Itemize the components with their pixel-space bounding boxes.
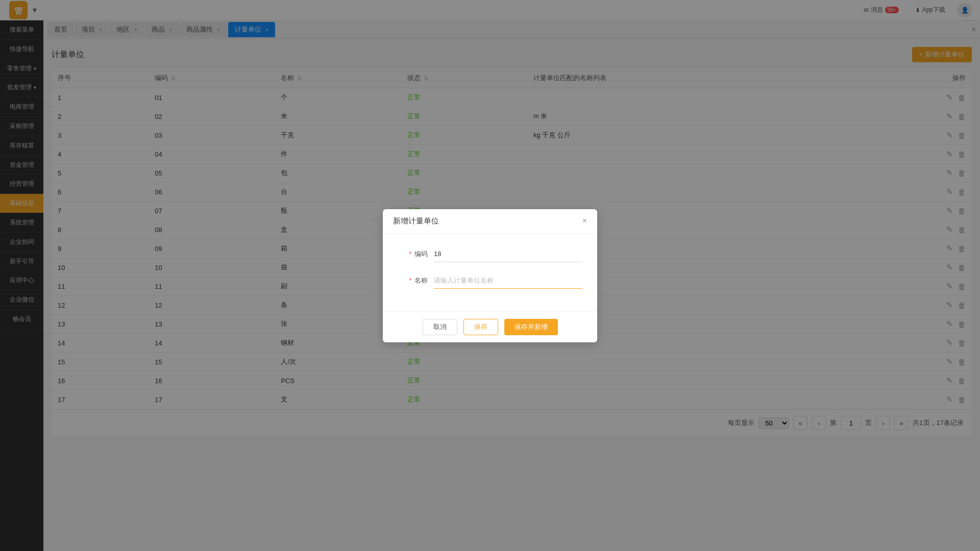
- name-form-row: * 名称: [397, 272, 583, 289]
- modal-overlay[interactable]: 新增计量单位 × * 编码 * 名称 取消 保存 保存并新增: [0, 0, 980, 551]
- save-button[interactable]: 保存: [463, 319, 498, 335]
- cancel-button[interactable]: 取消: [423, 319, 457, 335]
- code-form-row: * 编码: [397, 246, 583, 262]
- modal-body: * 编码 * 名称: [383, 234, 597, 311]
- code-label: * 编码: [397, 249, 428, 259]
- name-input[interactable]: [434, 272, 583, 289]
- name-label: * 名称: [397, 276, 428, 285]
- code-required-star: *: [409, 250, 411, 258]
- modal-footer: 取消 保存 保存并新增: [383, 311, 597, 342]
- save-add-button[interactable]: 保存并新增: [504, 319, 558, 335]
- code-input[interactable]: [434, 246, 583, 262]
- modal-close-btn[interactable]: ×: [582, 216, 587, 226]
- modal-header: 新增计量单位 ×: [383, 209, 597, 234]
- name-required-star: *: [409, 277, 411, 284]
- add-unit-modal: 新增计量单位 × * 编码 * 名称 取消 保存 保存并新增: [383, 209, 597, 342]
- modal-title: 新增计量单位: [393, 216, 439, 226]
